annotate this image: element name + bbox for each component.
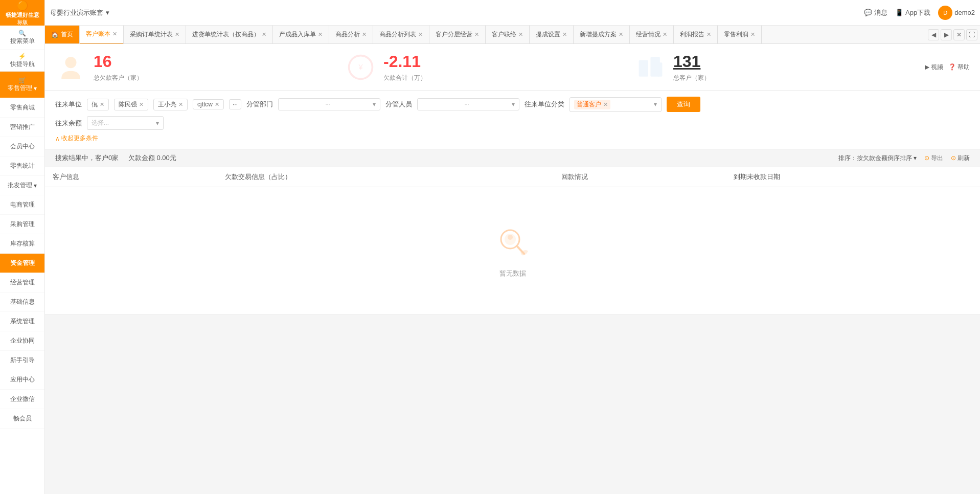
data-table-container: 客户信息 欠款交易信息（占比） 回款情况 到期未收款日期: [45, 167, 980, 315]
video-button[interactable]: ▶ 视频: [925, 63, 943, 72]
app-name: 畅捷通好生意: [6, 11, 39, 19]
filter-label-person: 分管人员: [385, 100, 412, 109]
filter-more-button[interactable]: ···: [229, 99, 241, 109]
tab-purchase-order[interactable]: 采购订单统计表 ✕: [124, 26, 186, 44]
sort-dropdown[interactable]: 排序：按欠款金额倒序排序 ▾: [838, 154, 917, 163]
remove-category-icon[interactable]: ✕: [603, 101, 608, 108]
close-icon[interactable]: ✕: [750, 31, 755, 38]
sidebar-item-basic-info[interactable]: 基础信息: [0, 293, 44, 312]
remove-tag-icon[interactable]: ✕: [100, 101, 104, 108]
close-icon[interactable]: ✕: [418, 31, 423, 38]
close-icon[interactable]: ✕: [562, 31, 567, 38]
sidebar-item-operation-mgmt[interactable]: 经营管理: [0, 273, 44, 293]
close-icon[interactable]: ✕: [262, 31, 266, 38]
user-avatar[interactable]: D demo2: [938, 6, 975, 20]
tab-expand-button[interactable]: ⛶: [966, 29, 977, 40]
tab-stock-stats[interactable]: 进货单统计表（按商品） ✕: [186, 26, 273, 44]
filter-dept-select[interactable]: ··· ▾: [278, 98, 380, 110]
filter-tag-unit-3[interactable]: 王小亮 ✕: [153, 99, 188, 110]
sidebar-item-wechat-work[interactable]: 企业微信: [0, 390, 44, 409]
home-icon: 🏠: [51, 31, 59, 38]
tab-customers[interactable]: 客户账本 ✕: [80, 26, 124, 44]
sidebar-item-retail-shop[interactable]: 零售商城: [0, 98, 44, 118]
filter-balance-select[interactable]: 选择... ▾: [87, 116, 164, 130]
app-sub: 标版: [17, 19, 28, 26]
empty-text: 暂无数据: [499, 269, 526, 278]
tab-retail-profit[interactable]: 零售利润 ✕: [718, 26, 762, 44]
filter-person-select[interactable]: ··· ▾: [417, 98, 519, 110]
tab-add-promotion[interactable]: 新增提成方案 ✕: [574, 26, 630, 44]
sidebar-item-system-mgmt[interactable]: 系统管理: [0, 312, 44, 331]
tab-customer-contact[interactable]: 客户联络 ✕: [486, 26, 530, 44]
sidebar-item-retail-stats[interactable]: 零售统计: [0, 156, 44, 176]
close-icon[interactable]: ✕: [706, 31, 711, 38]
query-button[interactable]: 查询: [667, 97, 700, 112]
tab-customer-segment[interactable]: 客户分层经营 ✕: [429, 26, 486, 44]
store-selector[interactable]: 母婴行业演示账套 ▾: [50, 8, 109, 17]
message-button[interactable]: 💬 消息: [864, 8, 887, 17]
remove-tag-icon[interactable]: ✕: [178, 101, 183, 108]
sidebar-item-vip-member[interactable]: 畅会员: [0, 409, 44, 429]
stat-customers-value: 16: [94, 52, 143, 71]
filter-tag-unit-1[interactable]: 佤 ✕: [87, 99, 109, 110]
close-icon[interactable]: ✕: [175, 31, 179, 38]
sidebar-item-purchase-mgmt[interactable]: 采购管理: [0, 215, 44, 234]
category-tag[interactable]: 普通客户 ✕: [574, 100, 610, 109]
tab-profit-report[interactable]: 利润报告 ✕: [674, 26, 718, 44]
remove-tag-icon[interactable]: ✕: [215, 101, 219, 108]
tab-operation[interactable]: 经营情况 ✕: [630, 26, 674, 44]
help-icon: ❓: [948, 63, 956, 71]
close-icon[interactable]: ✕: [619, 31, 623, 38]
sidebar-item-member-center[interactable]: 会员中心: [0, 137, 44, 156]
export-icon: ⊙: [924, 154, 929, 162]
svg-text:¥: ¥: [358, 63, 363, 71]
sidebar-item-marketing[interactable]: 营销推广: [0, 118, 44, 137]
stat-debt-value: -2.11: [383, 52, 426, 71]
sidebar-item-ecommerce[interactable]: 电商管理: [0, 195, 44, 215]
result-bar-right: 排序：按欠款金额倒序排序 ▾ ⊙ 导出 ⊙ 刷新: [838, 154, 970, 163]
close-icon[interactable]: ✕: [112, 31, 117, 37]
stat-total: 131 总客户（家）: [673, 52, 710, 82]
debt-amount-text: 欠款金额 0.00元: [128, 154, 176, 162]
app-download-button[interactable]: 📱 App下载: [895, 8, 930, 17]
export-button[interactable]: ⊙ 导出: [924, 154, 943, 163]
tab-next-button[interactable]: ▶: [941, 29, 952, 40]
sidebar-item-finance[interactable]: 资金管理: [0, 254, 44, 273]
filter-tag-unit-2[interactable]: 陈民强 ✕: [114, 99, 148, 110]
stat-debt-label: 欠款合计（万）: [383, 74, 426, 82]
stat-block-customers: 16 总欠款客户（家）: [55, 52, 345, 82]
filter-category-select[interactable]: 普通客户 ✕ ▾: [569, 97, 662, 112]
filter-row-2: 往来余额 选择... ▾: [55, 116, 970, 130]
close-icon[interactable]: ✕: [318, 31, 323, 38]
tab-goods-analysis-list[interactable]: 商品分析列表 ✕: [373, 26, 429, 44]
tab-home[interactable]: 🏠 首页: [45, 26, 80, 44]
tab-promotion-settings[interactable]: 提成设置 ✕: [530, 26, 574, 44]
chevron-down-icon: ▾: [156, 120, 159, 127]
refresh-button[interactable]: ⊙ 刷新: [951, 154, 970, 163]
sidebar-item-enterprise[interactable]: 企业协同: [0, 331, 44, 351]
sidebar-item-retail-mgmt[interactable]: 🛒 零售管理 ▾: [0, 72, 44, 98]
nav-tabs: 🏠 首页 客户账本 ✕ 采购订单统计表 ✕ 进货单统计表（按商品） ✕ 产成品入…: [45, 26, 980, 44]
remove-tag-icon[interactable]: ✕: [139, 101, 144, 108]
sidebar-item-wholesale-mgmt[interactable]: 批发管理 ▾: [0, 176, 44, 195]
sidebar-item-new-guide[interactable]: 新手引导: [0, 351, 44, 370]
collapse-button[interactable]: ∧ 收起更多条件: [55, 134, 970, 143]
tab-production[interactable]: 产成品入库单 ✕: [273, 26, 329, 44]
refresh-icon: ⊙: [951, 154, 956, 162]
close-icon[interactable]: ✕: [474, 31, 479, 38]
store-name: 母婴行业演示账套: [50, 8, 103, 17]
tab-goods-analysis[interactable]: 商品分析 ✕: [329, 26, 373, 44]
close-icon[interactable]: ✕: [362, 31, 367, 38]
close-icon[interactable]: ✕: [518, 31, 523, 38]
sidebar-item-inventory[interactable]: 库存核算: [0, 234, 44, 254]
close-icon[interactable]: ✕: [663, 31, 667, 38]
sidebar-item-app-center[interactable]: 应用中心: [0, 370, 44, 390]
filter-tag-unit-4[interactable]: cjttcw ✕: [193, 99, 224, 109]
chevron-down-icon: ▾: [512, 101, 515, 108]
tab-prev-button[interactable]: ◀: [928, 29, 939, 40]
help-button[interactable]: ❓ 帮助: [948, 63, 970, 72]
tab-close-all-button[interactable]: ✕: [953, 29, 965, 40]
sidebar-item-quick-nav[interactable]: ⚡ 快捷导航: [0, 50, 44, 72]
sidebar-item-search[interactable]: 🔍 搜索菜单: [0, 26, 44, 50]
filter-label-unit: 往来单位: [55, 100, 82, 109]
